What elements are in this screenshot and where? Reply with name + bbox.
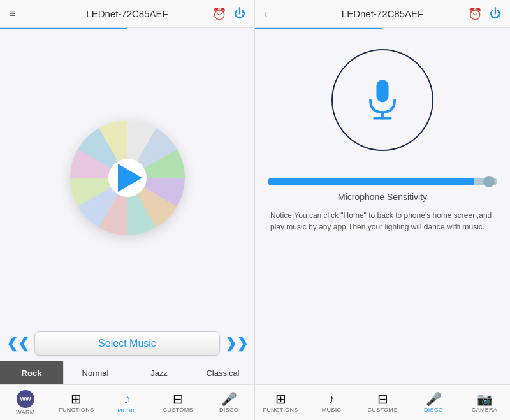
notice-text: Notice:You can click "Home" to back to p… [268,210,497,233]
right-device-title: LEDnet-72C85AEF [342,8,423,19]
nav-label-functions-right: FUNCTIONS [263,407,298,413]
nav-item-camera-right[interactable]: 📷 CAMERA [465,393,504,413]
nav-item-disco-left[interactable]: 🎤 DISCO [210,393,248,413]
bottom-nav-left: WW WARM ⊞ FUNCTIONS ♪ MUSIC ⊟ CUSTOMS 🎤 … [0,384,254,420]
next-track-button[interactable]: ❯❯ [225,335,248,352]
right-header-icons: ⏰ ⏻ [468,7,501,21]
nav-item-functions-left[interactable]: ⊞ FUNCTIONS [57,393,96,413]
nav-label-customs-right: CUSTOMS [368,407,398,413]
menu-icon[interactable]: ≡ [9,7,16,20]
nav-label-disco-left: DISCO [219,407,238,413]
prev-track-button[interactable]: ❮❮ [6,335,29,352]
genre-tab-rock[interactable]: Rock [0,361,64,384]
nav-label-disco-right: DISCO [424,407,443,413]
nav-item-warm[interactable]: WW WARM [6,390,45,416]
functions-icon-right: ⊞ [275,393,286,405]
nav-item-music-left[interactable]: ♪ MUSIC [108,392,146,414]
music-icon-right: ♪ [328,393,335,405]
power-icon-left[interactable]: ⏻ [234,7,245,20]
nav-item-customs-left[interactable]: ⊟ CUSTOMS [159,393,197,413]
mic-area [255,29,510,171]
sensitivity-area: Microphone Sensitivity Notice:You can cl… [255,171,510,243]
left-panel: ≡ LEDnet-72C85AEF ⏰ ⏻ ❮❮ Select Music ❯❯… [0,0,255,420]
select-music-button[interactable]: Select Music [34,331,220,356]
right-header: ‹ LEDnet-72C85AEF ⏰ ⏻ [255,0,510,28]
select-music-bar: ❮❮ Select Music ❯❯ [0,326,254,361]
nav-label-warm: WARM [16,409,34,416]
nav-item-customs-right[interactable]: ⊟ CUSTOMS [363,393,402,413]
microphone-icon [360,78,405,122]
cd-disc[interactable] [70,120,185,235]
left-header-icons: ⏰ ⏻ [212,7,245,21]
genre-tabs: Rock Normal Jazz Classical [0,361,254,384]
mic-circle[interactable] [332,49,433,151]
svg-rect-0 [376,80,388,102]
right-panel: ‹ LEDnet-72C85AEF ⏰ ⏻ Microphone S [255,0,510,420]
clock-icon-left[interactable]: ⏰ [212,7,226,21]
customs-icon-left: ⊟ [173,393,184,405]
nav-label-camera-right: CAMERA [472,407,497,413]
nav-label-customs-left: CUSTOMS [163,407,193,413]
disco-icon-right: 🎤 [426,393,442,405]
music-icon-left: ♪ [124,392,131,406]
warm-icon: WW [17,390,34,408]
left-header: ≡ LEDnet-72C85AEF ⏰ ⏻ [0,0,254,28]
nav-label-functions-left: FUNCTIONS [59,407,94,413]
genre-tab-normal[interactable]: Normal [64,361,127,384]
bottom-nav-right: ⊞ FUNCTIONS ♪ MUSIC ⊟ CUSTOMS 🎤 DISCO 📷 … [255,384,510,420]
disco-icon-left: 🎤 [221,393,237,405]
cd-player-area [0,29,254,326]
nav-label-music-left: MUSIC [117,407,137,414]
customs-icon-right: ⊟ [377,393,388,405]
nav-item-music-right[interactable]: ♪ MUSIC [312,393,351,413]
sensitivity-slider-thumb[interactable] [483,176,495,187]
nav-item-functions-right[interactable]: ⊞ FUNCTIONS [261,393,300,413]
power-icon-right[interactable]: ⏻ [490,7,501,20]
functions-icon-left: ⊞ [71,393,82,405]
genre-tab-classical[interactable]: Classical [191,361,254,384]
sensitivity-label: Microphone Sensitivity [268,192,497,202]
camera-icon-right: 📷 [477,393,493,405]
sensitivity-slider-track[interactable] [268,178,497,185]
select-music-label: Select Music [98,338,156,349]
nav-label-music-right: MUSIC [322,407,342,413]
nav-item-disco-right[interactable]: 🎤 DISCO [414,393,453,413]
left-device-title: LEDnet-72C85AEF [86,8,168,19]
play-button[interactable] [118,164,142,192]
back-arrow-icon[interactable]: ‹ [264,8,267,20]
genre-tab-jazz[interactable]: Jazz [127,361,191,384]
clock-icon-right[interactable]: ⏰ [468,7,482,21]
